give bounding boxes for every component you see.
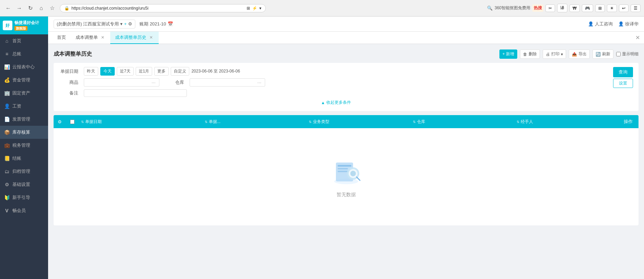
customer-service-btn[interactable]: 👤 人工咨询: [588, 21, 613, 27]
cut-tool[interactable]: ✂: [545, 4, 555, 12]
plus-icon: +: [124, 21, 127, 26]
sidebar-item-guide[interactable]: 🔰 新手引导: [0, 191, 48, 204]
home-button[interactable]: ⌂: [36, 3, 46, 13]
note-input[interactable]: [84, 89, 187, 97]
logo-text-container: 畅捷通好会计 旗舰版: [14, 20, 39, 31]
th-action: 操作: [618, 119, 639, 125]
th-handler[interactable]: ⇅ 经手人: [514, 119, 618, 125]
th-warehouse[interactable]: ⇅ 仓库: [410, 119, 514, 125]
user-name: 徐译华: [625, 21, 639, 27]
date-btn-7days[interactable]: 近7天: [117, 67, 134, 76]
date-label: 单据日期: [59, 68, 78, 75]
query-button[interactable]: 查询: [613, 67, 633, 77]
goods-selector[interactable]: ···: [84, 78, 159, 87]
show-cols-toggle[interactable]: 显示明细: [616, 51, 639, 57]
select-all-checkbox[interactable]: [70, 120, 75, 124]
sort-icon-date: ⇅: [81, 120, 84, 124]
refresh-button[interactable]: 🔄 刷新: [592, 49, 613, 59]
new-button[interactable]: + 新增: [499, 49, 517, 59]
delete-button[interactable]: 🗑 删除: [520, 49, 540, 59]
sidebar-logo: 好 畅捷通好会计 旗舰版: [0, 16, 48, 34]
sidebar-item-fixed-assets[interactable]: 🏢 固定资产: [0, 87, 48, 100]
date-buttons-group: 昨天 今天 近7天 近1月 更多 自定义 2023-06-06 至 2023-0…: [84, 67, 240, 76]
th-type-label: 业务类型: [313, 119, 329, 125]
sidebar-item-tax[interactable]: 💼 税务管理: [0, 139, 48, 152]
export-button[interactable]: 📤 导出: [569, 49, 590, 59]
top-bar-right: 👤 人工咨询 👤 徐译华: [588, 21, 639, 27]
print-button[interactable]: 🖨 打印 ▾: [543, 49, 566, 59]
th-handler-label: 经手人: [521, 119, 533, 125]
tab-home[interactable]: 首页: [52, 32, 71, 44]
th-date[interactable]: ⇅ 单据日期: [78, 119, 202, 125]
sidebar-item-salary[interactable]: 👤 工资: [0, 100, 48, 113]
filter-action-col: 查询 设置: [613, 67, 633, 88]
sidebar-item-invoice[interactable]: 📄 发票管理: [0, 113, 48, 126]
sidebar-item-member[interactable]: V 畅会员: [0, 204, 48, 217]
account-name: (勿删勿禁用) 江西服宝测试专用: [57, 21, 119, 27]
th-settings[interactable]: ⚙: [54, 119, 66, 124]
sidebar-item-closing[interactable]: 📒 结账: [0, 152, 48, 165]
back-button[interactable]: ←: [3, 3, 13, 13]
table-container: ⚙ ⇅ 单据日期 ⇅ 单据... ⇅ 业务类型: [54, 115, 639, 225]
date-btn-today[interactable]: 今天: [100, 67, 115, 76]
menu-tool[interactable]: ☰: [631, 4, 641, 12]
settings-button[interactable]: 设置: [613, 79, 633, 88]
goods-more-icon: ···: [151, 80, 156, 85]
sun-tool[interactable]: ☀: [607, 4, 617, 12]
empty-state: 暂无数据: [54, 128, 639, 225]
show-cols-checkbox-input[interactable]: [616, 52, 621, 56]
main-content: (勿删勿禁用) 江西服宝测试专用 ▾ + ⚙ 账期 2021-10 📅 👤 人工…: [48, 16, 644, 279]
tab-cost-history[interactable]: 成本调整单历史 ✕: [110, 32, 159, 44]
sidebar-item-fund[interactable]: 💰 资金管理: [0, 74, 48, 87]
wallet-tool[interactable]: ₩: [569, 4, 580, 12]
filter-note-row: 备注: [59, 89, 613, 97]
chevron-up-icon: ▲: [321, 100, 325, 105]
th-checkbox[interactable]: [66, 120, 78, 124]
tab-cost-adjustment[interactable]: 成本调整单 ✕: [71, 32, 110, 44]
top-bar-left: (勿删勿禁用) 江西服宝测试专用 ▾ + ⚙ 账期 2021-10 📅: [54, 20, 173, 29]
tab-bar-right: ✕: [635, 34, 640, 41]
date-btn-more[interactable]: 更多: [154, 67, 169, 76]
sidebar-item-archive[interactable]: 🗂 归档管理: [0, 165, 48, 178]
grid-tool[interactable]: ⊞: [595, 4, 605, 12]
lightning-icon: ⚡: [252, 6, 257, 11]
browser-tools: 🔍 360智能抠图免费用 热搜 ✂ 译 ₩ 🎮 ⊞ ☀ ↩ ☰: [487, 4, 641, 12]
warehouse-selector[interactable]: ···: [190, 78, 265, 87]
chart-icon: 📊: [4, 64, 10, 70]
building-icon: 🏢: [4, 90, 10, 96]
avatar-icon: 👤: [618, 21, 624, 26]
th-type[interactable]: ⇅ 业务类型: [306, 119, 410, 125]
close-all-icon[interactable]: ✕: [635, 34, 640, 41]
translate-tool[interactable]: 译: [557, 4, 567, 12]
tab-history-close[interactable]: ✕: [148, 35, 154, 40]
sidebar-edition: 旗舰版: [14, 26, 27, 31]
url-text: https://cloud.chanjet.com/accounting/uru…: [71, 6, 148, 11]
account-selector[interactable]: (勿删勿禁用) 江西服宝测试专用 ▾ + ⚙: [54, 20, 135, 29]
date-btn-1month[interactable]: 近1月: [136, 67, 152, 76]
date-btn-yesterday[interactable]: 昨天: [84, 67, 98, 76]
sidebar-item-inventory[interactable]: 📦 库存核算: [0, 126, 48, 139]
sidebar-item-label: 税务管理: [12, 142, 30, 148]
collapse-button[interactable]: ▲ 收起更多条件: [321, 100, 351, 105]
bookmark-button[interactable]: ☆: [47, 3, 57, 13]
page-actions: + 新增 🗑 删除 🖨 打印 ▾ 📤 导出 🔄: [499, 49, 639, 59]
forward-button[interactable]: →: [14, 3, 24, 13]
reload-button[interactable]: ↻: [25, 3, 35, 13]
page-header: 成本调整单历史 + 新增 🗑 删除 🖨 打印 ▾ 📤 导出: [54, 49, 639, 59]
sidebar-item-cloud-reports[interactable]: 📊 云报表中心: [0, 60, 48, 74]
sidebar-item-ledger[interactable]: ≡ 总账: [0, 47, 48, 60]
address-bar[interactable]: 🔒 https://cloud.chanjet.com/accounting/u…: [60, 4, 266, 12]
th-warehouse-label: 仓库: [417, 119, 425, 125]
browser-chrome: ← → ↻ ⌂ ☆ 🔒 https://cloud.chanjet.com/ac…: [0, 0, 644, 16]
show-cols-label: 显示明细: [622, 51, 639, 57]
tab-cost-close[interactable]: ✕: [100, 35, 105, 40]
th-no[interactable]: ⇅ 单据...: [202, 119, 306, 125]
sidebar-item-home[interactable]: ⌂ 首页: [0, 34, 48, 47]
period-value: 2021-10: [150, 21, 166, 26]
user-profile-btn[interactable]: 👤 徐译华: [618, 21, 639, 27]
undo-tool[interactable]: ↩: [619, 4, 629, 12]
date-btn-custom[interactable]: 自定义: [171, 67, 189, 76]
sidebar-item-settings[interactable]: ⚙ 基础设置: [0, 178, 48, 191]
game-tool[interactable]: 🎮: [582, 4, 593, 12]
sort-icon-handler: ⇅: [517, 120, 519, 124]
